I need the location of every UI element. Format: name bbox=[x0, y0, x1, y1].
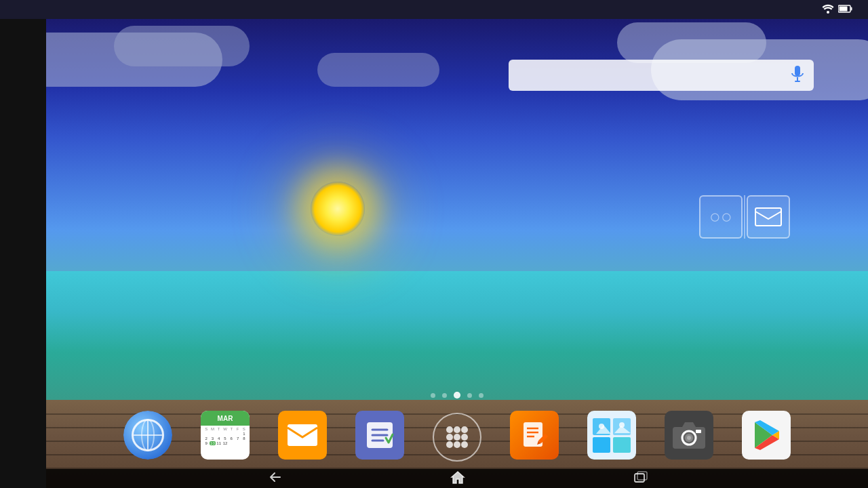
sun bbox=[311, 182, 365, 236]
svg-point-15 bbox=[461, 426, 468, 433]
app-gallery[interactable] bbox=[574, 411, 649, 464]
app-calendar[interactable]: MAR S M T W T F S 1 2 bbox=[188, 411, 262, 464]
app-playstore[interactable] bbox=[729, 411, 804, 464]
battery-icon bbox=[838, 5, 853, 15]
app-tasks[interactable] bbox=[342, 411, 417, 464]
wifi-icon bbox=[822, 4, 834, 16]
page-dot[interactable] bbox=[467, 393, 472, 398]
svg-rect-39 bbox=[696, 430, 701, 433]
mic-icon[interactable] bbox=[791, 66, 804, 85]
page-dots bbox=[431, 392, 484, 399]
svg-point-19 bbox=[446, 441, 453, 448]
cloud bbox=[317, 53, 439, 87]
page-dot[interactable] bbox=[442, 393, 447, 398]
svg-rect-8 bbox=[288, 424, 317, 446]
nav-home-button[interactable] bbox=[437, 468, 479, 489]
svg-point-17 bbox=[454, 434, 460, 441]
app-browser[interactable] bbox=[111, 411, 185, 464]
status-bar bbox=[0, 0, 868, 19]
nav-recents-button[interactable] bbox=[620, 468, 661, 489]
goto-inbox-box[interactable] bbox=[747, 195, 790, 239]
svg-point-18 bbox=[461, 434, 468, 441]
email-divider bbox=[744, 195, 745, 239]
svg-rect-7 bbox=[755, 208, 781, 226]
cloud bbox=[114, 26, 250, 66]
svg-point-21 bbox=[461, 441, 468, 448]
app-camera[interactable] bbox=[652, 411, 726, 464]
app-grid-button[interactable] bbox=[420, 413, 494, 462]
svg-point-20 bbox=[454, 441, 460, 448]
svg-point-38 bbox=[687, 436, 691, 440]
side-nav bbox=[0, 19, 46, 488]
svg-rect-6 bbox=[795, 81, 800, 82]
svg-rect-3 bbox=[851, 7, 852, 10]
svg-rect-41 bbox=[637, 472, 647, 480]
ocean bbox=[46, 271, 868, 407]
email-widget: ○○ bbox=[699, 195, 790, 241]
app-email[interactable] bbox=[265, 411, 340, 464]
svg-rect-4 bbox=[795, 66, 800, 76]
navigation-bar bbox=[46, 469, 868, 488]
svg-point-16 bbox=[446, 434, 453, 441]
svg-rect-30 bbox=[613, 437, 631, 453]
goto-inbox-slot[interactable] bbox=[747, 195, 790, 241]
app-dock: MAR S M T W T F S 1 2 bbox=[46, 400, 868, 474]
svg-rect-2 bbox=[840, 6, 848, 11]
cloud bbox=[617, 22, 766, 63]
search-bar[interactable] bbox=[509, 60, 814, 91]
empty-mailbox-slot: ○○ bbox=[699, 195, 743, 241]
page-dot[interactable] bbox=[479, 393, 484, 398]
svg-rect-29 bbox=[593, 437, 610, 453]
home-screen: ○○ bbox=[46, 19, 868, 488]
svg-point-14 bbox=[454, 426, 460, 433]
empty-mailbox-box: ○○ bbox=[699, 195, 743, 239]
svg-rect-5 bbox=[797, 77, 798, 81]
page-dot[interactable] bbox=[431, 393, 435, 398]
app-supernote[interactable] bbox=[497, 411, 572, 464]
page-dot-active[interactable] bbox=[454, 392, 460, 399]
clock-widget bbox=[141, 60, 175, 79]
svg-point-13 bbox=[446, 426, 453, 433]
nav-back-button[interactable] bbox=[253, 468, 295, 489]
svg-rect-40 bbox=[635, 474, 644, 482]
svg-point-0 bbox=[827, 11, 829, 14]
